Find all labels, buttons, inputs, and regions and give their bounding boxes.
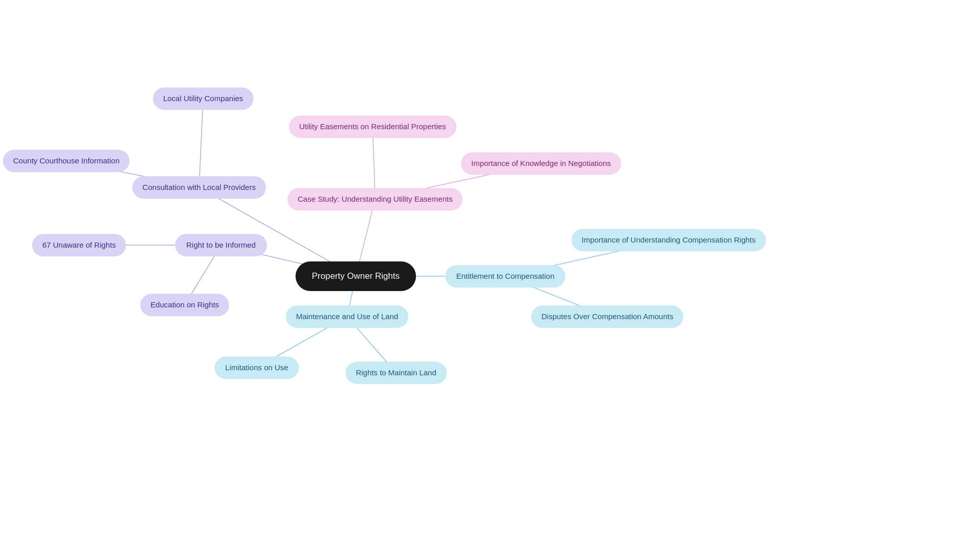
node-county[interactable]: County Courthouse Information xyxy=(3,150,130,172)
node-education[interactable]: Education on Rights xyxy=(140,294,229,316)
node-maintain-land[interactable]: Rights to Maintain Land xyxy=(346,362,447,384)
node-maintenance[interactable]: Maintenance and Use of Land xyxy=(286,305,408,328)
node-entitlement[interactable]: Entitlement to Compensation xyxy=(446,265,566,287)
node-limitations[interactable]: Limitations on Use xyxy=(215,356,299,379)
center-node[interactable]: Property Owner Rights xyxy=(296,261,416,291)
node-case-study[interactable]: Case Study: Understanding Utility Easeme… xyxy=(287,188,462,210)
node-comp-rights[interactable]: Importance of Understanding Compensation… xyxy=(571,229,766,251)
mind-map: Property Owner Rights Consultation with … xyxy=(0,0,980,553)
node-utility-easements[interactable]: Utility Easements on Residential Propert… xyxy=(289,115,456,138)
node-utility-co[interactable]: Local Utility Companies xyxy=(153,87,254,110)
node-right-informed[interactable]: Right to be Informed xyxy=(175,234,267,256)
svg-line-3 xyxy=(199,99,203,187)
node-disputes[interactable]: Disputes Over Compensation Amounts xyxy=(531,305,683,328)
node-knowledge-neg[interactable]: Importance of Knowledge in Negotiations xyxy=(461,152,621,175)
node-consultation[interactable]: Consultation with Local Providers xyxy=(132,176,266,199)
node-unaware[interactable]: 67 Unaware of Rights xyxy=(32,234,126,256)
